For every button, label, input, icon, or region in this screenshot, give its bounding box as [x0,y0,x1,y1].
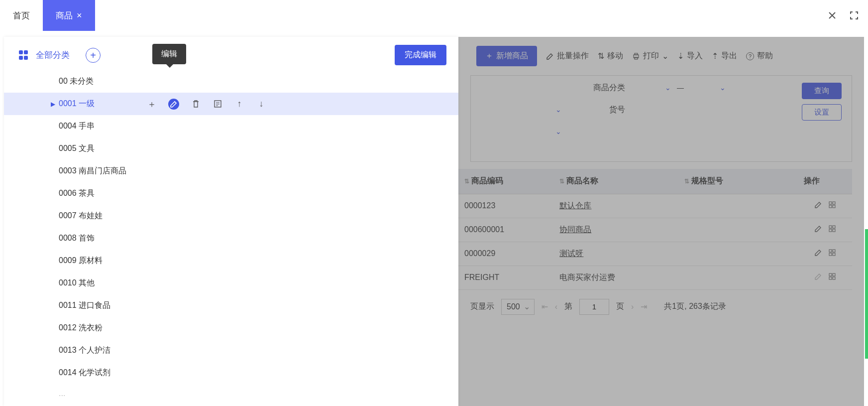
svg-rect-2 [635,53,638,55]
category-item[interactable]: 0004 手串 [4,115,458,137]
add-product-button[interactable]: ＋ 新增商品 [476,46,537,66]
delete-icon[interactable] [190,99,201,110]
chevron-down-icon[interactable]: ⌄ [555,106,561,114]
category-item[interactable]: 0008 首饰 [4,227,458,250]
table-row[interactable]: 0000029测试呀 [458,242,852,266]
page-prefix: 第 [564,301,572,312]
row-more-icon[interactable] [828,201,836,211]
category-item-label: 0014 化学试剂 [59,368,110,378]
row-edit-icon[interactable] [814,249,822,259]
tab-product[interactable]: 商品 × [43,0,95,31]
edit-icon[interactable] [168,99,179,110]
category-item[interactable]: 0012 洗衣粉 [4,317,458,339]
move-button[interactable]: ⇅ 移动 [598,51,623,61]
fullscreen-icon [849,10,859,20]
category-item-label: 0007 布娃娃 [59,211,103,221]
row-edit-icon[interactable] [814,225,822,235]
category-item[interactable]: 0011 进口食品 [4,294,458,317]
per-page-value: 500 [507,302,520,311]
svg-rect-12 [829,250,832,252]
category-item[interactable]: 0003 南昌门店商品 [4,160,458,182]
cell-actions [771,266,852,289]
category-item[interactable]: 0010 其他 [4,272,458,294]
finish-edit-button[interactable]: 完成编辑 [395,45,446,65]
chevron-down-icon[interactable]: ⌄ [665,84,671,92]
svg-rect-4 [829,202,832,204]
last-page-icon[interactable]: ⇥ [641,302,647,311]
category-panel: 全部分类 + 完成编辑 编辑 00 未分类 ▶ 0001 一级 ＋ [4,37,458,406]
category-item-label: 0008 首饰 [59,233,95,244]
product-name-link[interactable]: 测试呀 [559,249,583,258]
prev-page-icon[interactable]: ‹ [555,302,557,311]
export-button[interactable]: ⇡ 导出 [712,51,737,61]
print-button[interactable]: 打印 ⌄ [632,51,668,61]
import-button[interactable]: ⇣ 导入 [677,51,703,61]
category-item[interactable]: 00 未分类 [4,70,458,93]
grid-icon [19,50,29,60]
query-button[interactable]: 查询 [802,83,842,99]
chevron-down-icon[interactable]: ⌄ [720,84,726,92]
add-child-icon[interactable]: ＋ [146,99,157,110]
category-item-label: 0006 茶具 [59,188,95,199]
move-up-icon[interactable]: ↑ [234,99,245,110]
move-down-icon[interactable]: ↓ [256,99,267,110]
range-dash: — [677,84,684,92]
category-panel-title-group: 全部分类 + [19,48,101,63]
cell-actions [771,242,852,266]
row-edit-icon[interactable] [814,272,822,282]
per-page-select[interactable]: 500 [501,299,535,315]
settings-button[interactable]: 设置 [802,104,842,121]
fullscreen-button[interactable] [844,5,864,25]
category-item-label: 0009 原材料 [59,256,103,266]
row-more-icon[interactable] [828,272,836,282]
category-item[interactable]: 0013 个人护洁 [4,339,458,362]
cell-actions [771,194,852,218]
scroll-indicator [865,229,868,359]
sort-icon: ⇅ [684,178,689,185]
table-row[interactable]: 0000123默认仓库 [458,194,852,218]
cell-spec [678,266,772,289]
category-panel-header: 全部分类 + 完成编辑 [4,45,458,70]
tab-home[interactable]: 首页 [0,0,43,31]
toolbar-label: 导出 [721,51,737,61]
th-code[interactable]: ⇅商品编码 [458,169,553,194]
category-list[interactable]: 00 未分类 ▶ 0001 一级 ＋ ↑ ↓ [4,70,458,402]
add-category-button[interactable]: + [86,48,101,63]
table-row[interactable]: FREIGHT电商买家付运费 [458,266,852,289]
category-item[interactable]: ··· [4,384,458,402]
category-row-actions: ＋ ↑ ↓ [146,99,267,110]
th-spec[interactable]: ⇅规格型号 [678,169,772,194]
close-icon[interactable]: × [77,11,82,20]
product-name-link[interactable]: 默认仓库 [559,201,591,210]
category-item[interactable]: 0014 化学试剂 [4,362,458,384]
first-page-icon[interactable]: ⇤ [542,302,548,311]
category-item[interactable]: ▶ 0001 一级 ＋ ↑ ↓ [4,93,458,115]
product-name-link[interactable]: 协同商品 [559,225,591,234]
page-input[interactable] [579,299,609,315]
per-page-label: 页显示 [470,301,494,312]
chevron-down-icon[interactable]: ⌄ [555,128,561,135]
row-edit-icon[interactable] [814,201,822,211]
svg-rect-8 [829,226,832,228]
category-item[interactable]: 0007 布娃娃 [4,205,458,227]
table-row[interactable]: 000600001协同商品 [458,218,852,242]
category-item-label: 0012 洗衣粉 [59,323,103,333]
svg-rect-16 [829,273,832,276]
cell-actions [771,218,852,242]
row-more-icon[interactable] [828,249,836,259]
category-item[interactable]: 0005 文具 [4,137,458,160]
next-page-icon[interactable]: › [631,302,634,311]
category-item[interactable]: 0006 茶具 [4,182,458,205]
category-item[interactable]: 0009 原材料 [4,250,458,272]
tab-product-label: 商品 [56,10,73,21]
close-all-tabs-button[interactable] [822,5,842,25]
th-name[interactable]: ⇅商品名称 [553,169,678,194]
help-button[interactable]: ? 帮助 [746,51,773,61]
svg-rect-13 [833,250,835,252]
expand-icon[interactable]: ▶ [51,101,55,108]
category-panel-title[interactable]: 全部分类 [36,49,70,61]
merge-icon[interactable] [212,99,223,110]
category-item-label: 0001 一级 [59,99,95,109]
batch-operate-button[interactable]: 批量操作 [546,51,589,61]
row-more-icon[interactable] [828,225,836,235]
